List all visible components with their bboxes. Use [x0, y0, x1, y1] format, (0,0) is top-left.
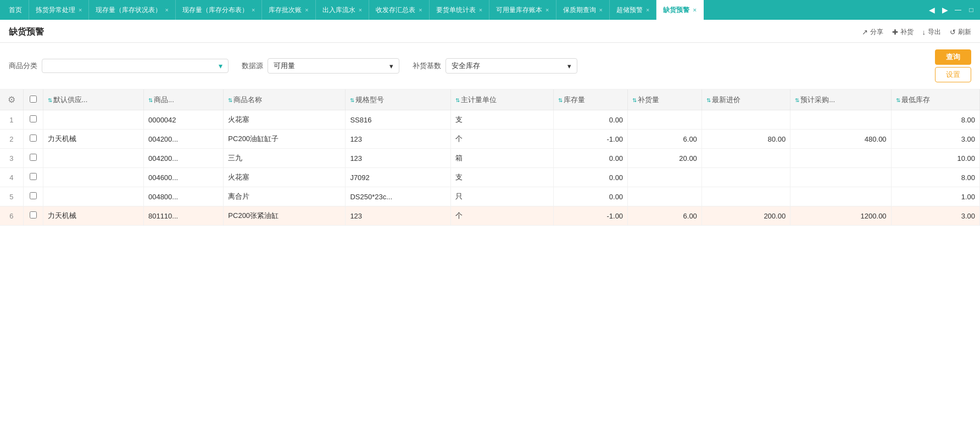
page-title: 缺货预警	[9, 26, 44, 38]
row-checkbox-input[interactable]	[30, 173, 37, 180]
cell-supplier	[43, 149, 143, 168]
cell-spec: 123	[346, 130, 450, 149]
row-checkbox-input[interactable]	[30, 211, 37, 218]
tab-expiry-query[interactable]: 保质期查询×	[556, 0, 610, 20]
row-checkbox[interactable]	[23, 168, 43, 187]
tab-order-stat[interactable]: 要货单统计表×	[430, 0, 489, 20]
cell-supplier	[43, 168, 143, 187]
tab-inout-flow[interactable]: 出入库流水×	[316, 0, 369, 20]
replenish-basis-value: 安全库存	[452, 61, 567, 71]
table-header-row: ⚙ ⇅默认供应... ⇅商品... ⇅商品名称 ⇅规格型号 ⇅主计量单位 ⇅库存…	[0, 89, 980, 110]
category-select[interactable]: ▾	[42, 59, 229, 73]
row-checkbox-input[interactable]	[30, 192, 37, 199]
table-row: 3004200...三九123箱0.0020.0010.00	[0, 149, 980, 168]
tab-available-ledger[interactable]: 可用量库存账本×	[489, 0, 556, 20]
tab-batch-account[interactable]: 库存批次账×	[262, 0, 315, 20]
tab-close-inout-flow[interactable]: ×	[359, 7, 362, 13]
tab-close-exception[interactable]: ×	[79, 7, 82, 13]
table-row: 2力天机械004200...PC200油缸缸子123个-1.006.0080.0…	[0, 130, 980, 149]
filter-bar: 商品分类 ▾ 数据源 可用量 ▾ 补货基数 安全库存 ▾ 查询 设置	[0, 43, 980, 89]
row-checkbox-input[interactable]	[30, 154, 37, 161]
tab-close-available-ledger[interactable]: ×	[545, 7, 549, 13]
export-button[interactable]: ↓ 导出	[922, 27, 942, 37]
tab-receipt-summary[interactable]: 收发存汇总表×	[369, 0, 429, 20]
cell-unit: 箱	[450, 149, 554, 168]
tab-shortage[interactable]: 缺货预警×	[656, 0, 703, 20]
share-button[interactable]: ↗ 分享	[862, 27, 883, 37]
cell-supplier: 力天机械	[43, 130, 143, 149]
col-name[interactable]: ⇅商品名称	[224, 89, 346, 110]
col-est-purchase[interactable]: ⇅预计采购...	[790, 89, 891, 110]
tab-close-inventory-dist[interactable]: ×	[252, 7, 255, 13]
select-all-checkbox[interactable]	[30, 96, 37, 103]
row-number: 4	[0, 168, 23, 187]
share-icon: ↗	[862, 28, 868, 36]
row-checkbox[interactable]	[23, 110, 43, 130]
tab-close-batch-account[interactable]: ×	[305, 7, 308, 13]
cell-spec: DS250*23c...	[346, 187, 450, 206]
col-min-stock[interactable]: ⇅最低库存	[891, 89, 979, 110]
datasource-value: 可用量	[274, 61, 389, 71]
col-latest-price[interactable]: ⇅最新进价	[701, 89, 790, 110]
row-checkbox[interactable]	[23, 149, 43, 168]
gear-icon[interactable]: ⚙	[8, 95, 15, 104]
cell-min-stock: 1.00	[891, 187, 979, 206]
query-button[interactable]: 查询	[935, 49, 971, 65]
row-checkbox[interactable]	[23, 206, 43, 226]
col-unit[interactable]: ⇅主计量单位	[450, 89, 554, 110]
cell-stock: 0.00	[554, 187, 628, 206]
replenish-basis-filter: 补货基数 安全库存 ▾	[413, 58, 577, 74]
cell-code: 0000042	[143, 110, 223, 130]
tab-exception[interactable]: 拣货异常处理×	[29, 0, 89, 20]
cell-latest-price	[701, 110, 790, 130]
cell-est-purchase	[790, 149, 891, 168]
row-checkbox[interactable]	[23, 130, 43, 149]
cell-spec: 123	[346, 206, 450, 226]
tab-close-receipt-summary[interactable]: ×	[419, 7, 422, 13]
tab-maximize[interactable]: □	[965, 0, 978, 20]
tab-close-shortage[interactable]: ×	[693, 7, 696, 13]
col-settings[interactable]: ⚙	[0, 89, 23, 110]
filter-actions: 查询 设置	[935, 49, 971, 82]
row-checkbox-input[interactable]	[30, 115, 37, 122]
tab-close-order-stat[interactable]: ×	[479, 7, 482, 13]
tab-close-overstock[interactable]: ×	[646, 7, 649, 13]
row-checkbox-input[interactable]	[30, 135, 37, 142]
settings-button[interactable]: 设置	[935, 67, 971, 82]
refresh-button[interactable]: ↺ 刷新	[950, 27, 971, 37]
cell-supplier	[43, 110, 143, 130]
datasource-select[interactable]: 可用量 ▾	[268, 58, 399, 74]
replenish-basis-select[interactable]: 安全库存 ▾	[446, 58, 577, 74]
col-supplier[interactable]: ⇅默认供应...	[43, 89, 143, 110]
cell-min-stock: 8.00	[891, 110, 979, 130]
tab-overstock[interactable]: 超储预警×	[610, 0, 656, 20]
cell-unit: 个	[450, 206, 554, 226]
tab-close-expiry-query[interactable]: ×	[599, 7, 603, 13]
cell-latest-price	[701, 149, 790, 168]
table-row: 6力天机械801110...PC200张紧油缸123个-1.006.00200.…	[0, 206, 980, 226]
tab-minimize[interactable]: —	[951, 0, 965, 20]
cell-replenish	[628, 187, 702, 206]
col-replenish[interactable]: ⇅补货量	[628, 89, 702, 110]
cell-name: PC200油缸缸子	[224, 130, 346, 149]
cell-unit: 只	[450, 187, 554, 206]
tab-nav-left[interactable]: ◀	[925, 0, 938, 20]
tab-inventory-dist[interactable]: 现存量（库存分布表）×	[176, 0, 262, 20]
tab-close-inventory-status[interactable]: ×	[165, 7, 168, 13]
col-spec[interactable]: ⇅规格型号	[346, 89, 450, 110]
row-number: 2	[0, 130, 23, 149]
tab-bar: 首页拣货异常处理×现存量（库存状况表）×现存量（库存分布表）×库存批次账×出入库…	[0, 0, 980, 20]
data-table: ⚙ ⇅默认供应... ⇅商品... ⇅商品名称 ⇅规格型号 ⇅主计量单位 ⇅库存…	[0, 89, 980, 226]
cell-latest-price	[701, 168, 790, 187]
col-stock[interactable]: ⇅库存量	[554, 89, 628, 110]
replenish-button[interactable]: ✚ 补货	[892, 27, 914, 37]
tab-inventory-status[interactable]: 现存量（库存状况表）×	[89, 0, 175, 20]
col-code[interactable]: ⇅商品...	[143, 89, 223, 110]
tab-nav-right[interactable]: ▶	[938, 0, 951, 20]
cell-code: 004200...	[143, 149, 223, 168]
cell-est-purchase: 480.00	[790, 130, 891, 149]
datasource-label: 数据源	[242, 61, 263, 71]
row-checkbox[interactable]	[23, 187, 43, 206]
cell-unit: 支	[450, 110, 554, 130]
tab-home[interactable]: 首页	[2, 0, 29, 20]
